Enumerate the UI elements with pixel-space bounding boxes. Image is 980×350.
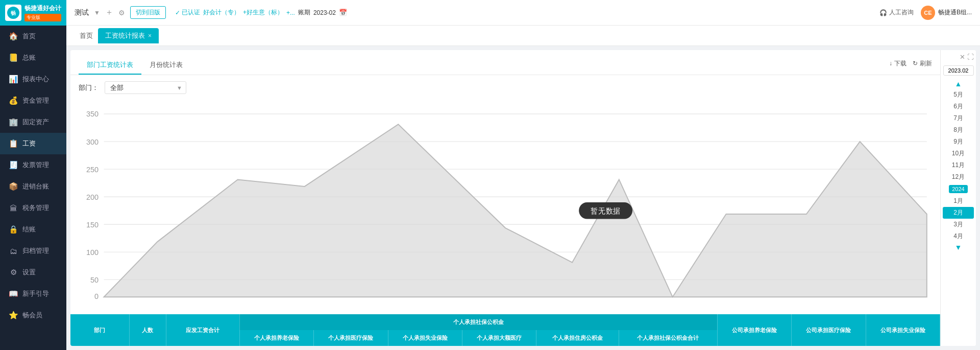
- svg-text:100: 100: [86, 248, 99, 256]
- sidebar-label-sales: 进销台账: [22, 182, 49, 191]
- sidebar-label-settings: 设置: [22, 268, 36, 277]
- sidebar-item-assets[interactable]: 🏢 固定资产: [0, 111, 66, 133]
- sidebar-label-tax: 税务管理: [22, 203, 49, 213]
- panel-month-8[interactable]: 8月: [943, 124, 974, 136]
- topbar-title: 测试: [75, 8, 89, 17]
- sidebar-item-tax[interactable]: 🏛 税务管理: [0, 197, 66, 219]
- logo-text-block: 畅捷通好会计 专业版: [24, 4, 61, 21]
- logo-badge: 专业版: [24, 14, 61, 21]
- sidebar-item-member[interactable]: ⭐ 畅会员: [0, 305, 66, 326]
- sidebar-item-settings[interactable]: ⚙ 设置: [0, 262, 66, 283]
- download-icon: ↓: [889, 60, 892, 67]
- sidebar-item-invoice[interactable]: 🧾 发票管理: [0, 154, 66, 176]
- sidebar-item-funds[interactable]: 💰 资金管理: [0, 90, 66, 111]
- period-value: 2023-02: [313, 9, 336, 16]
- panel-month-9[interactable]: 9月: [943, 136, 974, 148]
- topbar-dropdown-arrow[interactable]: ▼: [94, 9, 100, 16]
- tab-salary-report[interactable]: 工资统计报表 ×: [98, 28, 159, 43]
- topbar: 测试 ▼ ＋ ⚙ 切到旧版 ✓ 已认证 好会计（专） +好生意（标） +... …: [66, 0, 980, 26]
- logo-icon: 畅: [5, 5, 21, 21]
- sidebar-item-home[interactable]: 🏠 首页: [0, 26, 66, 47]
- headset-icon: 🎧: [879, 9, 887, 16]
- tab-close-btn[interactable]: ×: [148, 32, 152, 39]
- dept-filter-label: 部门：: [79, 83, 99, 92]
- topbar-right: 🎧 人工咨询 CE 畅捷通B组...: [879, 6, 972, 20]
- switch-version-button[interactable]: 切到旧版: [130, 6, 166, 19]
- svg-text:0: 0: [94, 292, 99, 300]
- svg-text:150: 150: [86, 220, 99, 228]
- sub-tab-month[interactable]: 月份统计表: [141, 56, 191, 75]
- svg-text:50: 50: [90, 276, 99, 284]
- dept-select[interactable]: 全部 部门1 部门2: [105, 81, 186, 94]
- sidebar-label-reports: 报表中心: [22, 75, 49, 84]
- sidebar-label-funds: 资金管理: [22, 96, 49, 105]
- sidebar-item-ledger[interactable]: 📒 总账: [0, 47, 66, 68]
- sidebar-label-home: 首页: [22, 32, 36, 41]
- svg-text:350: 350: [86, 110, 99, 118]
- salary-icon: 📋: [8, 139, 18, 148]
- chart-svg: 0 50 100 150 200 250 300 350 暂无数据: [70, 100, 940, 314]
- panel-month-2-active[interactable]: 2月: [943, 207, 974, 219]
- guide-icon: 📖: [8, 289, 18, 298]
- member-icon: ⭐: [8, 311, 18, 320]
- panel-month-5[interactable]: 5月: [943, 89, 974, 101]
- sidebar-item-archive[interactable]: 🗂 归档管理: [0, 240, 66, 262]
- panel-date-input[interactable]: [943, 65, 974, 76]
- topbar-gear-btn[interactable]: ⚙: [118, 9, 125, 17]
- sidebar-item-sales[interactable]: 📦 进销台账: [0, 176, 66, 197]
- dept-select-wrapper: 全部 部门1 部门2 ▼: [105, 81, 186, 94]
- user-menu[interactable]: CE 畅捷通B组...: [921, 6, 972, 20]
- sidebar-item-guide[interactable]: 📖 新手引导: [0, 283, 66, 305]
- panel-month-6[interactable]: 6月: [943, 101, 974, 112]
- sidebar-item-reports[interactable]: 📊 报表中心: [0, 68, 66, 90]
- th-personal-medical: 个人承担医疗保险: [314, 330, 388, 346]
- panel-month-3[interactable]: 3月: [943, 219, 974, 230]
- refresh-btn[interactable]: ↻ 刷新: [913, 59, 932, 68]
- panel-month-11[interactable]: 11月: [943, 159, 974, 171]
- main-area: 测试 ▼ ＋ ⚙ 切到旧版 ✓ 已认证 好会计（专） +好生意（标） +... …: [66, 0, 980, 350]
- tab-label: 工资统计报表: [105, 31, 145, 40]
- tab-home[interactable]: 首页: [75, 27, 98, 44]
- panel-resize-btn[interactable]: ⛶: [967, 53, 974, 61]
- svg-text:300: 300: [86, 137, 99, 146]
- panel-down-btn[interactable]: ▼: [954, 242, 963, 252]
- panel-year-2024[interactable]: 2024: [949, 185, 967, 193]
- period-label: 账期: [298, 8, 310, 17]
- sub-tab-dept[interactable]: 部门工资统计表: [79, 56, 141, 75]
- chart-tooltip-text: 暂无数据: [591, 206, 621, 215]
- salary-table: 部门 人数 应发工资合计 个人承担社保公积金 公司承担养老保险 公司承担医疗保险…: [70, 314, 940, 346]
- sidebar-item-closing[interactable]: 🔒 结账: [0, 219, 66, 240]
- th-total-salary: 应发工资合计: [166, 314, 239, 346]
- page-content: 部门工资统计表 月份统计表 ↓ 下载 ↻ 刷新: [70, 50, 976, 346]
- panel-up-btn[interactable]: ▲: [954, 79, 963, 89]
- sidebar-label-guide: 新手引导: [22, 289, 49, 298]
- panel-month-12[interactable]: 12月: [943, 171, 974, 183]
- app-logo: 畅 畅捷通好会计 专业版: [0, 0, 66, 26]
- right-panel: ✕ ⛶ ▲ 5月 6月 7月 8月 9月 10月 11月 12月 2024 1月…: [940, 50, 976, 346]
- check-icon: ✓: [175, 9, 180, 16]
- help-button[interactable]: 🎧 人工咨询: [879, 8, 914, 17]
- panel-month-1[interactable]: 1月: [943, 195, 974, 207]
- panel-close-btn[interactable]: ✕: [960, 53, 965, 61]
- chart-area-fill: [104, 124, 927, 297]
- panel-month-7[interactable]: 7月: [943, 112, 974, 124]
- calendar-icon[interactable]: 📅: [339, 9, 347, 16]
- status-tag1: 好会计（专）: [203, 8, 240, 17]
- panel-month-10[interactable]: 10月: [943, 148, 974, 159]
- topbar-status-area: ✓ 已认证 好会计（专） +好生意（标） +... 账期 2023-02 📅: [175, 8, 347, 17]
- sidebar: 畅 畅捷通好会计 专业版 🏠 首页 📒 总账 📊 报表中心 💰 资金管理 🏢 固…: [0, 0, 66, 350]
- th-personal-pension: 个人承担养老保险: [239, 330, 313, 346]
- topbar-add-btn[interactable]: ＋: [105, 7, 113, 18]
- th-personal-unemployment: 个人承担失业保险: [388, 330, 462, 346]
- download-btn[interactable]: ↓ 下载: [889, 59, 906, 68]
- th-personal-housing: 个人承担住房公积金: [536, 330, 619, 346]
- avatar: CE: [921, 6, 935, 20]
- panel-month-4[interactable]: 4月: [943, 230, 974, 242]
- tax-icon: 🏛: [8, 204, 18, 213]
- sidebar-item-salary[interactable]: 📋 工资: [0, 133, 66, 154]
- th-company-pension: 公司承担养老保险: [717, 314, 791, 346]
- content-area: 首页 工资统计报表 × 部门工资统计表 月份统计表 ↓ 下载: [66, 26, 980, 350]
- funds-icon: 💰: [8, 96, 18, 105]
- svg-text:畅: 畅: [11, 10, 16, 16]
- sidebar-label-salary: 工资: [22, 139, 36, 148]
